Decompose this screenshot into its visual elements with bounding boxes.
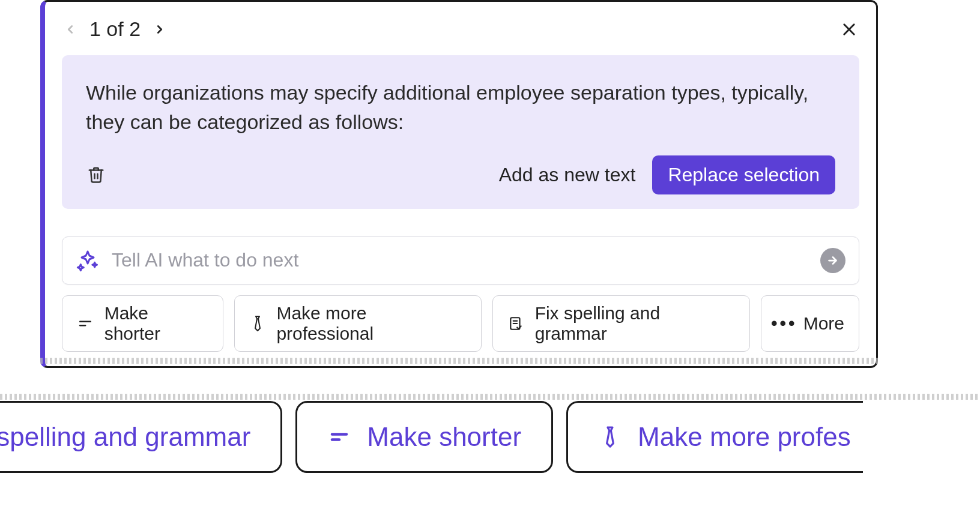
chip-label: Make more profes: [638, 422, 851, 452]
sparkle-icon: [76, 248, 100, 273]
chip-make-professional[interactable]: Make more professional: [234, 295, 482, 352]
big-chip-fix-spelling[interactable]: x spelling and grammar: [0, 401, 282, 473]
more-icon: •••: [776, 315, 793, 332]
shorten-icon: [327, 425, 351, 449]
trash-icon[interactable]: [86, 164, 106, 185]
pager: 1 of 2: [62, 17, 168, 41]
decorative-hatch: [40, 358, 878, 364]
chip-label: More: [803, 313, 844, 334]
chip-label: x spelling and grammar: [0, 422, 250, 452]
suggestion-actions: Add as new text Replace selection: [86, 155, 835, 194]
ai-prompt-input-wrap[interactable]: [62, 236, 859, 285]
send-icon[interactable]: [820, 248, 845, 273]
panel-header: 1 of 2: [62, 17, 859, 41]
bottom-chips-row: x spelling and grammar Make shorter Make…: [0, 401, 980, 473]
chip-label: Make shorter: [104, 303, 208, 344]
suggestion-box: While organizations may specify addition…: [62, 55, 859, 209]
tie-icon: [598, 425, 622, 449]
chip-label: Fix spelling and grammar: [535, 303, 735, 344]
suggestion-text: While organizations may specify addition…: [86, 78, 835, 137]
chip-label: Make more professional: [276, 303, 467, 344]
add-as-new-text-button[interactable]: Add as new text: [499, 164, 636, 186]
chevron-right-icon[interactable]: [151, 21, 168, 38]
chip-more[interactable]: ••• More: [761, 295, 859, 352]
pager-label: 1 of 2: [89, 17, 141, 41]
tie-icon: [249, 315, 266, 332]
ai-suggestion-panel: 1 of 2 While organizations may specify a…: [40, 0, 878, 368]
chip-make-shorter[interactable]: Make shorter: [62, 295, 223, 352]
big-chip-make-professional[interactable]: Make more profes: [566, 401, 863, 473]
close-icon[interactable]: [839, 19, 859, 40]
big-chip-make-shorter[interactable]: Make shorter: [295, 401, 553, 473]
chevron-left-icon: [62, 21, 79, 38]
suggestion-chips-row: Make shorter Make more professional Fix …: [62, 295, 859, 352]
spellcheck-icon: [507, 315, 524, 332]
chip-label: Make shorter: [367, 422, 521, 452]
ai-prompt-input[interactable]: [112, 249, 808, 271]
decorative-hatch: [0, 394, 980, 400]
shorten-icon: [77, 315, 94, 332]
replace-selection-button[interactable]: Replace selection: [652, 155, 835, 194]
chip-fix-spelling[interactable]: Fix spelling and grammar: [492, 295, 750, 352]
